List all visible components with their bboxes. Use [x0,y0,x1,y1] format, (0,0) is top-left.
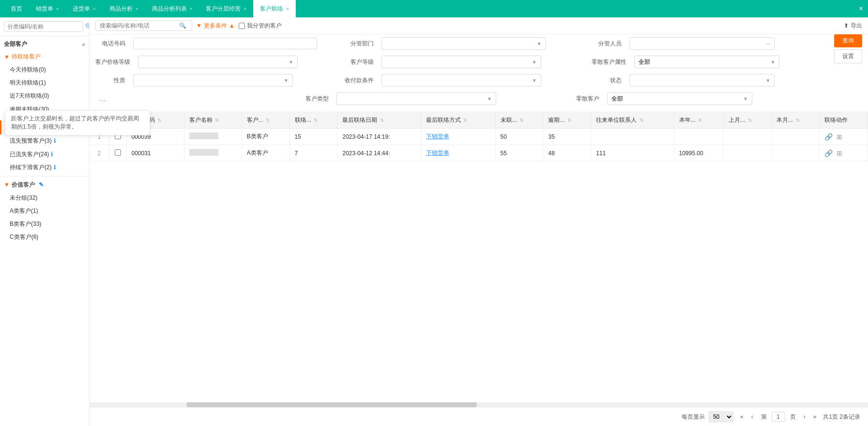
col-header-type[interactable]: 客户... ⇅ [242,112,289,129]
filter-more-conditions[interactable]: ▼ 更多条件 ▲ [196,22,235,30]
sidebar-collapse-icon[interactable]: » [82,41,85,48]
info-icon[interactable]: ℹ [51,150,53,159]
contact-icon[interactable]: 🔗 [824,149,833,157]
filter-row-3: 性质 ▼ 收付款条件 ▼ [95,71,830,89]
sidebar-search-bar: 🔍 [0,17,89,36]
close-icon[interactable]: × [136,6,138,12]
col-header-last-contact-method[interactable]: 最后联络方式 ⇅ [421,112,495,129]
filter-cell-retail-attr: 零散客户属性 全部 ▼ [592,56,830,68]
sidebar-value-group[interactable]: ▼ 价值客户 ✎ [0,178,89,191]
more-dots-icon[interactable]: ··· [765,40,770,47]
col-header-uncontacted[interactable]: 未联... ⇅ [495,112,543,129]
nav-item-customer-contact[interactable]: 客户联络 × [253,0,296,17]
close-icon[interactable]: × [286,6,289,12]
col-header-name[interactable]: 客户名称 ⇅ [184,112,242,129]
info-icon[interactable]: ℹ [54,163,56,172]
contact-method-link[interactable]: 下销货单 [426,149,449,156]
retail-attr-select[interactable]: 全部 ▼ [634,56,779,68]
sidebar-item-churn-warning[interactable]: 流失预警客户(3) ℹ [0,134,89,147]
sidebar-item-unclassified[interactable]: 未分组(32) [0,191,89,205]
cell-uncontacted: 50 [495,129,543,145]
blurred-name [189,132,218,139]
payment-select[interactable]: ▼ [381,74,541,87]
close-icon[interactable]: × [190,6,193,12]
col-header-this-month[interactable]: 本月... ⇅ [772,112,820,129]
sidebar-item-a-class[interactable]: A类客户(1) [0,205,89,218]
nav-item-home[interactable]: 首页 [4,0,29,17]
dept-select[interactable]: ▼ [381,37,546,50]
data-table-area: ⚙ 客户编码 ⇅ 客户名称 ⇅ [90,112,868,402]
nav-item-purchase[interactable]: 进货单 × [66,0,103,17]
filter-top-bar: 🔍 ▼ 更多条件 ▲ 我分管的客户 ⬆ 导出 [90,17,868,34]
nav-item-sales[interactable]: 销货单 × [29,0,66,17]
close-icon[interactable]: × [93,6,96,12]
sidebar-item-tomorrow-pending[interactable]: 明天待联络(1) [0,76,89,89]
content-area: 距客户上次交易时长，超过了此客户的平均交易周期的1.5倍，则视为异常。 🔍 ▼ … [90,17,868,426]
cell-type: A类客户 [242,145,289,162]
sidebar-item-7days-pending[interactable]: 近7天待联络(0) [0,89,89,103]
col-header-overdue[interactable]: 逾期... ⇅ [543,112,591,129]
scrollbar-thumb[interactable] [186,402,477,407]
sidebar-pending-contact-group[interactable]: ▼ 待联络客户 [0,50,89,63]
row-checkbox[interactable] [115,149,121,156]
grid-icon[interactable]: ⊞ [837,149,842,157]
export-button[interactable]: ⬆ 导出 [844,22,862,30]
cell-contact-count: 15 [289,129,337,145]
my-customer-checkbox[interactable] [239,23,245,29]
contact-icon[interactable]: 🔗 [824,133,833,141]
grid-icon[interactable]: ⊞ [837,133,842,141]
contact-method-link[interactable]: 下销货单 [426,133,449,140]
close-icon[interactable]: × [244,6,246,12]
filter-icon: ▼ [196,22,202,29]
customer-type-select[interactable]: ▼ [336,92,496,105]
col-header-this-year[interactable]: 本年... ⇅ [674,112,724,129]
manager-select[interactable]: ··· [629,37,775,50]
phone-filter-input[interactable] [133,38,317,49]
horizontal-scrollbar[interactable] [90,402,868,407]
info-icon[interactable]: ℹ [54,136,56,146]
cell-this-year: 10995.00 [674,145,724,162]
sidebar-item-today-pending[interactable]: 今天待联络(0) [0,63,89,76]
nature-select[interactable]: ▼ [133,74,293,87]
sort-icon: ⇅ [463,118,467,123]
customer-level-select[interactable]: ▼ [381,56,541,68]
sidebar-item-b-class[interactable]: B类客户(33) [0,218,89,231]
nav-item-product-analysis-list[interactable]: 商品分析列表 × [145,0,199,17]
cell-this-year [674,129,724,145]
col-header-last-contact-date[interactable]: 最后联络日期 ⇅ [337,112,421,129]
nav-item-product-analysis[interactable]: 商品分析 × [103,0,145,17]
next-page-button[interactable]: › [801,412,808,421]
filter-search-icon[interactable]: 🔍 [179,22,186,29]
col-header-contact-person[interactable]: 往来单位联系人 ⇅ [591,112,674,129]
current-page-input[interactable]: 1 [772,412,785,422]
close-icon[interactable]: × [56,6,59,12]
close-all-tabs-button[interactable]: × [859,4,863,13]
nav-item-customer-tier[interactable]: 客户分层经营 × [199,0,253,17]
sort-icon: ⇅ [796,118,800,123]
sort-icon: ⇅ [748,118,752,123]
retail-customer-select[interactable]: 全部 ▼ [607,92,752,105]
per-page-select[interactable]: 50 100 200 [709,411,733,422]
customer-table: ⚙ 客户编码 ⇅ 客户名称 ⇅ [90,112,868,162]
last-page-button[interactable]: » [810,412,820,421]
sidebar-search-input[interactable] [4,21,83,32]
cell-code: 000031 [126,145,184,162]
price-level-select[interactable]: ▼ [138,56,298,68]
status-select[interactable]: ▼ [629,74,775,87]
sidebar-item-declining[interactable]: 持续下滑客户(2) ℹ [0,161,89,174]
action-icons: 🔗 ⊞ [824,133,863,141]
sidebar-item-c-class[interactable]: C类客户(6) [0,231,89,244]
prev-page-button[interactable]: ‹ [748,412,756,421]
col-header-contact-count[interactable]: 联络... ⇅ [289,112,337,129]
cell-this-month [772,129,820,145]
sidebar-search-icon[interactable]: 🔍 [85,23,90,30]
col-header-last-month[interactable]: 上月... ⇅ [724,112,772,129]
filter-my-customer: 我分管的客户 [239,22,282,30]
sidebar-item-churned[interactable]: 已流失客户(24) ℹ [0,148,89,161]
query-button[interactable]: 查询 [834,34,862,47]
settings-button[interactable]: 设置 [834,49,862,63]
more-filters-dots[interactable]: ... [95,94,109,103]
first-page-button[interactable]: « [737,412,746,421]
edit-icon[interactable]: ✎ [39,181,44,188]
filter-search-input[interactable] [100,22,177,29]
